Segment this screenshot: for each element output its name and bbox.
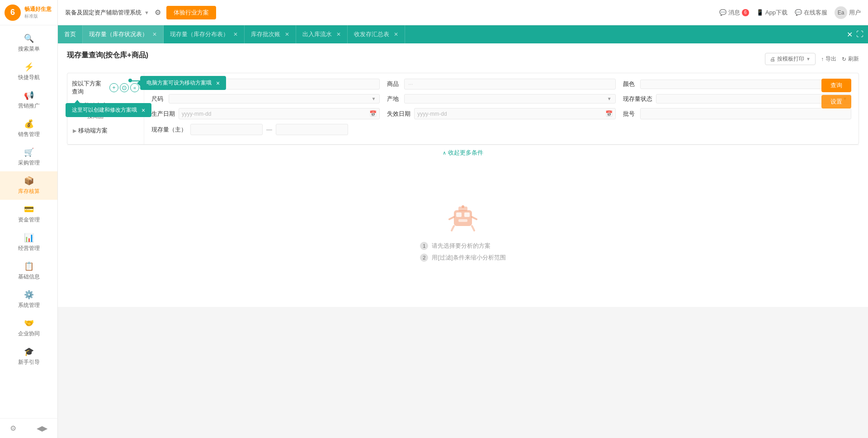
filter-product: 商品 ··· <box>387 79 615 89</box>
filter-size: 尺码 ▼ <box>151 94 380 104</box>
tab-close-1[interactable]: ✕ <box>152 31 157 38</box>
step-num-2: 2 <box>420 254 428 262</box>
app-download-item[interactable]: 📱 App下载 <box>756 9 788 17</box>
filter-batch: 批号 <box>623 108 851 119</box>
basic-icon: 📋 <box>24 261 34 271</box>
filter-stock-status: 现存量状态 ▼ <box>623 94 851 104</box>
print-btn[interactable]: 🖨 按模板打印 ▼ <box>765 53 816 65</box>
sidebar-item-search[interactable]: 🔍 搜索菜单 <box>0 29 57 57</box>
header-right: 💬 消息 6 📱 App下载 💬 在线客服 Ea 用户 <box>719 6 861 19</box>
notification-item[interactable]: 💬 消息 6 <box>719 9 749 17</box>
tab-bar: 首页 现存量（库存状况表） ✕ 现存量（库存分布表） ✕ 库存批次账 ✕ 出入库… <box>58 25 868 43</box>
tooltip-create-bubble: 这里可以创建和修改方案哦 × <box>66 103 151 117</box>
sidebar-item-inventory[interactable]: 📦 库存核算 <box>0 171 57 200</box>
batch-input[interactable] <box>640 108 851 119</box>
reset-btn[interactable]: 设置 <box>821 95 851 108</box>
expire-date-input[interactable]: yyyy-mm-dd 📅 <box>414 108 615 119</box>
header-left: 装备及固定资产辅助管理系统 ▼ ⚙ 体验行业方案 <box>65 6 216 19</box>
tab-home[interactable]: 首页 <box>58 25 83 43</box>
tab-close-3[interactable]: ✕ <box>285 31 289 38</box>
sidebar-item-finance[interactable]: 💳 资金管理 <box>0 200 57 228</box>
guide-icon: 🎓 <box>24 347 34 357</box>
filter-row-2: 尺码 ▼ 产地 ▼ 现存量状态 <box>151 94 851 104</box>
system-dropdown-arrow[interactable]: ▼ <box>144 10 149 15</box>
tooltip-arrow-left <box>137 80 140 86</box>
filter-expire-date: 失效日期 yyyy-mm-dd 📅 <box>387 108 615 119</box>
scheme-actions: + ⊙ « <box>109 83 139 92</box>
main-content: 现存量查询(按仓库+商品) 🖨 按模板打印 ▼ ↑ 导出 ↻ 刷新 <box>58 43 868 438</box>
tab-stock-dist[interactable]: 现存量（库存分布表） ✕ <box>164 25 245 43</box>
stock-max-input[interactable] <box>276 124 348 135</box>
enterprise-icon: 🤝 <box>24 318 34 328</box>
header-gear-icon[interactable]: ⚙ <box>155 8 161 17</box>
sidebar-item-nav[interactable]: ⚡ 快捷导航 <box>0 57 57 86</box>
empty-state: 1 请先选择要分析的方案 2 用[过滤]条件来缩小分析范围 <box>67 160 859 300</box>
refresh-btn[interactable]: ↻ 刷新 <box>842 55 859 63</box>
tab-flow[interactable]: 出入库流水 ✕ <box>296 25 348 43</box>
tab-stock-status[interactable]: 现存量（库存状况表） ✕ <box>83 25 164 43</box>
sidebar-item-purchase[interactable]: 🛒 采购管理 <box>0 143 57 171</box>
tooltip-scheme-close-btn[interactable]: × <box>216 80 220 87</box>
product-input[interactable]: ··· <box>404 79 615 89</box>
svg-line-5 <box>472 217 476 219</box>
user-item[interactable]: Ea 用户 <box>835 6 861 19</box>
sidebar-item-enterprise[interactable]: 🤝 企业协同 <box>0 314 57 342</box>
tab-close-2[interactable]: ✕ <box>233 31 238 38</box>
svg-rect-0 <box>454 210 472 226</box>
support-icon: 💬 <box>795 9 802 16</box>
trial-btn[interactable]: 体验行业方案 <box>166 6 216 19</box>
notification-badge: 6 <box>742 9 749 16</box>
empty-step-2: 2 用[过滤]条件来缩小分析范围 <box>420 252 505 264</box>
refresh-icon: ↻ <box>842 56 846 62</box>
tab-summary[interactable]: 收发存汇总表 ✕ <box>348 25 405 43</box>
sidebar-item-guide[interactable]: 🎓 新手引导 <box>0 342 57 371</box>
sidebar-item-system[interactable]: ⚙️ 系统管理 <box>0 285 57 314</box>
tab-close-all[interactable]: ✕ <box>847 30 853 39</box>
tab-fullscreen[interactable]: ⛶ <box>856 30 863 38</box>
origin-select[interactable]: ▼ <box>404 94 615 104</box>
tab-close-4[interactable]: ✕ <box>336 31 341 38</box>
settings-icon[interactable]: ⚙ <box>10 424 16 433</box>
add-scheme-btn[interactable]: + <box>109 83 118 92</box>
tab-batch[interactable]: 库存批次账 ✕ <box>245 25 296 43</box>
svg-rect-3 <box>458 219 467 222</box>
origin-dropdown-arrow: ▼ <box>607 96 612 101</box>
system-name: 装备及固定资产辅助管理系统 ▼ <box>65 9 149 17</box>
size-select[interactable]: ▼ <box>169 94 380 104</box>
avatar: Ea <box>835 6 847 19</box>
step-num-1: 1 <box>420 242 428 250</box>
svg-rect-1 <box>456 212 462 217</box>
sidebar-item-sales[interactable]: 💰 销售管理 <box>0 114 57 143</box>
search-icon: 🔍 <box>24 33 34 43</box>
stock-min-input[interactable] <box>190 124 263 135</box>
query-buttons: 查询 设置 <box>821 79 851 108</box>
online-support-item[interactable]: 💬 在线客服 <box>795 9 827 17</box>
tab-bar-right: ✕ ⛶ <box>842 30 868 39</box>
marketing-icon: 📢 <box>24 90 34 100</box>
logo-icon: 6 <box>5 5 21 21</box>
sidebar-item-basic[interactable]: 📋 基础信息 <box>0 257 57 285</box>
logo-text: 畅通好生意 标准版 <box>24 5 52 19</box>
edit-scheme-btn[interactable]: ⊙ <box>120 83 129 92</box>
tooltip-scheme: 电脑方案可设为移动方案哦 × <box>140 76 226 90</box>
collapse-up-icon: ∧ <box>443 150 446 155</box>
svg-rect-2 <box>464 212 470 217</box>
export-icon: ↑ <box>821 56 824 62</box>
sidebar-item-marketing[interactable]: 📢 营销推广 <box>0 86 57 114</box>
tab-close-5[interactable]: ✕ <box>394 31 398 38</box>
sidebar-item-management[interactable]: 📊 经营管理 <box>0 228 57 257</box>
collapse-bar[interactable]: ∧ 收起更多条件 <box>67 145 859 160</box>
color-select[interactable]: ▼ <box>640 80 851 89</box>
nav-icon: ⚡ <box>24 62 34 72</box>
print-icon: 🖨 <box>770 56 775 62</box>
prod-date-calendar-icon: 📅 <box>369 110 377 117</box>
scheme-mobile[interactable]: ▶ 移动端方案 <box>67 125 144 136</box>
query-btn[interactable]: 查询 <box>821 79 851 92</box>
export-btn[interactable]: ↑ 导出 <box>821 55 836 63</box>
filter-row-1: 仓库 ··· 商品 ··· 颜色 <box>151 79 851 89</box>
tooltip-create-close-btn[interactable]: × <box>142 107 145 114</box>
filter-right: 仓库 ··· 商品 ··· 颜色 <box>144 73 859 144</box>
prod-date-input[interactable]: yyyy-mm-dd 📅 <box>179 108 380 119</box>
collapse-icon[interactable]: ◀▶ <box>37 424 47 433</box>
header: 装备及固定资产辅助管理系统 ▼ ⚙ 体验行业方案 💬 消息 6 📱 App下载 … <box>58 0 868 25</box>
